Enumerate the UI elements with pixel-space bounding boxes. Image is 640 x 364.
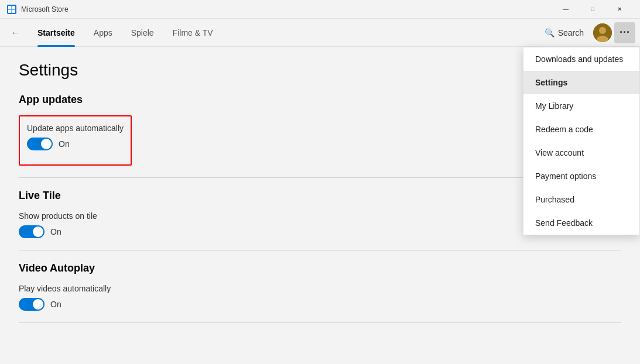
toggle-show-products[interactable] xyxy=(19,225,45,238)
search-button[interactable]: 🔍 Search xyxy=(538,25,591,41)
close-button[interactable]: ✕ xyxy=(606,0,633,19)
dropdown-menu: Downloads and updatesSettingsMy LibraryR… xyxy=(523,47,640,235)
dropdown-item-6[interactable]: Purchased xyxy=(523,188,639,211)
more-button[interactable]: ··· xyxy=(614,22,635,43)
nav-right: 🔍 Search ··· xyxy=(538,22,635,43)
tab-startseite[interactable]: Startseite xyxy=(28,19,84,47)
section-video-autoplay: Video Autoplay Play videos automatically… xyxy=(19,262,621,311)
minimize-button[interactable]: — xyxy=(552,0,579,19)
dropdown-item-4[interactable]: View account xyxy=(523,141,639,164)
section-title-video-autoplay: Video Autoplay xyxy=(19,262,621,274)
divider-2 xyxy=(19,250,621,250)
toggle-row-play-videos: On xyxy=(19,298,621,311)
title-bar: Microsoft Store — □ ✕ xyxy=(0,0,640,19)
toggle-row-update-auto: On xyxy=(27,138,124,150)
tab-filme-tv[interactable]: Filme & TV xyxy=(163,19,223,47)
title-bar-left: Microsoft Store xyxy=(7,5,69,14)
setting-label-update-auto: Update apps automatically xyxy=(27,123,124,133)
title-bar-controls: — □ ✕ xyxy=(552,0,633,19)
svg-rect-0 xyxy=(8,6,12,9)
dropdown-item-3[interactable]: Redeem a code xyxy=(523,118,639,141)
setting-label-play-videos: Play videos automatically xyxy=(19,284,621,293)
dropdown-item-5[interactable]: Payment options xyxy=(523,164,639,188)
dropdown-item-2[interactable]: My Library xyxy=(523,94,639,118)
svg-rect-3 xyxy=(12,9,16,13)
search-label: Search xyxy=(558,28,584,37)
maximize-button[interactable]: □ xyxy=(579,0,606,19)
avatar[interactable] xyxy=(593,23,612,42)
toggle-label-play-videos: On xyxy=(50,300,61,309)
dropdown-item-1[interactable]: Settings xyxy=(523,71,639,94)
setting-update-auto: Update apps automatically On xyxy=(27,123,124,150)
svg-rect-2 xyxy=(8,9,12,13)
svg-point-5 xyxy=(599,27,606,34)
tab-apps[interactable]: Apps xyxy=(84,19,122,47)
svg-rect-1 xyxy=(12,6,16,9)
dropdown-item-0[interactable]: Downloads and updates xyxy=(523,47,639,71)
app-icon xyxy=(7,5,16,14)
nav-tabs: Startseite Apps Spiele Filme & TV xyxy=(28,19,535,47)
toggle-label-update-auto: On xyxy=(59,139,70,149)
setting-play-videos: Play videos automatically On xyxy=(19,284,621,311)
toggle-label-show-products: On xyxy=(50,227,61,236)
toggle-play-videos[interactable] xyxy=(19,298,45,311)
toggle-update-auto[interactable] xyxy=(27,138,53,150)
dropdown-item-7[interactable]: Send Feedback xyxy=(523,211,639,235)
tab-spiele[interactable]: Spiele xyxy=(122,19,163,47)
search-icon: 🔍 xyxy=(545,28,555,37)
highlight-box-update: Update apps automatically On xyxy=(19,115,132,166)
divider-3 xyxy=(19,322,621,323)
window-title: Microsoft Store xyxy=(21,5,69,13)
nav-bar: ← Startseite Apps Spiele Filme & TV 🔍 Se… xyxy=(0,19,640,47)
back-button[interactable]: ← xyxy=(5,22,26,43)
